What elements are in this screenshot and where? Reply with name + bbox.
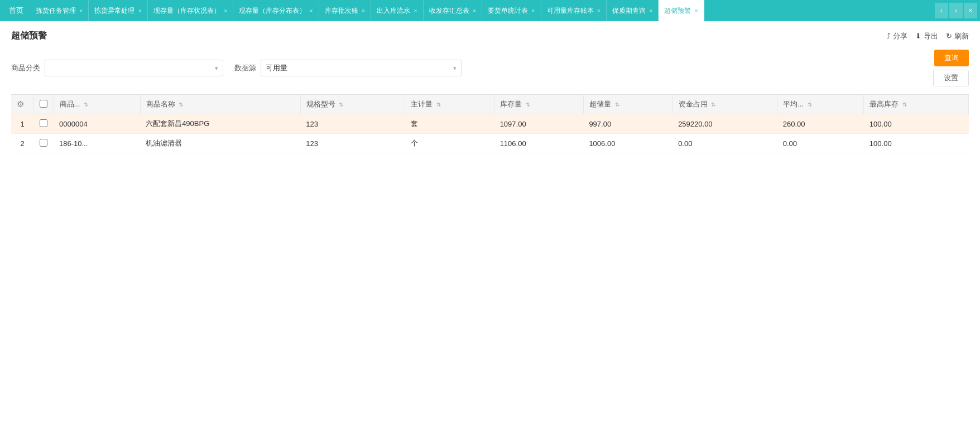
tab-1[interactable]: 拣货任务管理 × xyxy=(30,0,89,21)
tab-7-close[interactable]: × xyxy=(473,7,476,14)
select-all-checkbox[interactable] xyxy=(40,100,47,108)
tab-6-close[interactable]: × xyxy=(414,7,417,14)
datasource-chevron-icon: ▾ xyxy=(453,65,457,72)
row-avg: 0.00 xyxy=(777,134,864,153)
sort-icon-spec[interactable]: ⇅ xyxy=(339,101,343,108)
category-select[interactable]: ▾ xyxy=(45,60,223,76)
row-overstock: 1006.00 xyxy=(583,134,672,153)
tab-2-close[interactable]: × xyxy=(138,7,141,14)
sort-icon-unit[interactable]: ⇅ xyxy=(436,101,441,108)
page-header: 超储预警 ⤴ 分享 ⬇ 导出 ↻ 刷新 xyxy=(11,30,969,42)
col-checkbox-header xyxy=(33,95,54,114)
row-stock: 1106.00 xyxy=(494,134,584,153)
col-capital-header: 资金占用 ⇅ xyxy=(672,95,777,114)
table-row: 2 186-10... 机油滤清器 123 个 1106.00 1006.00 … xyxy=(11,134,969,153)
filter-row: 商品分类 ▾ 数据源 可用量 ▾ 查询 设置 xyxy=(11,50,969,86)
tab-10[interactable]: 保质期查询 × xyxy=(607,0,659,21)
page-content: 超储预警 ⤴ 分享 ⬇ 导出 ↻ 刷新 商品分类 ▾ 数据源 xyxy=(0,21,980,446)
sort-icon-max[interactable]: ⇅ xyxy=(902,101,907,108)
datasource-select-value: 可用量 xyxy=(266,63,287,73)
row-spec: 123 xyxy=(300,134,405,153)
row-stock: 1097.00 xyxy=(494,114,584,134)
col-overstock-header: 超储量 ⇅ xyxy=(583,95,672,114)
row-unit: 个 xyxy=(405,134,494,153)
row-avg: 260.00 xyxy=(777,114,864,134)
col-unit-header: 主计量 ⇅ xyxy=(405,95,494,114)
nav-arrows: ‹ › × xyxy=(934,3,978,18)
tab-8-close[interactable]: × xyxy=(531,7,535,14)
row-product-code: 186-10... xyxy=(54,134,140,153)
refresh-icon: ↻ xyxy=(946,32,952,40)
settings-button[interactable]: 设置 xyxy=(933,70,969,86)
tab-4[interactable]: 现存量（库存分布表） × xyxy=(233,0,319,21)
col-product-code-header: 商品... ⇅ xyxy=(54,95,140,114)
tab-9-close[interactable]: × xyxy=(597,7,601,14)
row-checkbox[interactable] xyxy=(40,139,47,147)
tab-4-close[interactable]: × xyxy=(309,7,313,14)
tab-5-close[interactable]: × xyxy=(362,7,365,14)
share-icon: ⤴ xyxy=(887,32,891,40)
row-checkbox-cell xyxy=(33,134,54,153)
table-body: 1 0000004 六配套新昌490BPG 123 套 1097.00 997.… xyxy=(11,114,969,153)
share-button[interactable]: ⤴ 分享 xyxy=(887,31,907,41)
nav-left-arrow[interactable]: ‹ xyxy=(935,3,948,18)
sort-icon-avg[interactable]: ⇅ xyxy=(808,101,812,108)
col-spec-header: 规格型号 ⇅ xyxy=(300,95,405,114)
tab-9[interactable]: 可用量库存账本 × xyxy=(541,0,607,21)
row-checkbox-cell xyxy=(33,114,54,134)
col-max-header: 最高库存 ⇅ xyxy=(864,95,969,114)
filter-category: 商品分类 ▾ xyxy=(11,60,223,76)
datasource-select[interactable]: 可用量 ▾ xyxy=(261,60,462,76)
col-avg-header: 平均... ⇅ xyxy=(777,95,864,114)
refresh-button[interactable]: ↻ 刷新 xyxy=(946,31,969,41)
tab-1-close[interactable]: × xyxy=(79,7,83,14)
category-chevron-icon: ▾ xyxy=(215,65,218,72)
query-button[interactable]: 查询 xyxy=(934,50,969,66)
sort-icon-stock[interactable]: ⇅ xyxy=(526,101,530,108)
row-no: 2 xyxy=(11,134,33,153)
tab-3-close[interactable]: × xyxy=(224,7,227,14)
tab-11-close[interactable]: × xyxy=(694,7,698,14)
sort-icon-product-name[interactable]: ⇅ xyxy=(179,101,183,108)
category-label: 商品分类 xyxy=(11,63,40,73)
row-max-stock: 100.00 xyxy=(864,134,969,153)
datasource-label: 数据源 xyxy=(234,63,256,73)
tab-3[interactable]: 现存量（库存状况表） × xyxy=(148,0,233,21)
row-checkbox[interactable] xyxy=(40,119,47,127)
table-header-row: ⚙ 商品... ⇅ 商品名称 ⇅ 规格型号 ⇅ 主计量 xyxy=(11,95,969,114)
filter-buttons: 查询 设置 xyxy=(933,50,969,86)
row-product-name: 六配套新昌490BPG xyxy=(140,114,300,134)
header-actions: ⤴ 分享 ⬇ 导出 ↻ 刷新 xyxy=(887,31,969,41)
nav-home[interactable]: 首页 xyxy=(2,0,30,21)
nav-menu-button[interactable]: × xyxy=(964,3,977,18)
top-navigation: 首页 拣货任务管理 × 拣货异常处理 × 现存量（库存状况表） × 现存量（库存… xyxy=(0,0,980,21)
col-gear-header: ⚙ xyxy=(11,95,33,114)
export-icon: ⬇ xyxy=(915,32,921,40)
tab-6[interactable]: 出入库流水 × xyxy=(371,0,423,21)
row-no: 1 xyxy=(11,114,33,134)
sort-icon-overstock[interactable]: ⇅ xyxy=(615,101,619,108)
row-overstock: 997.00 xyxy=(583,114,672,134)
tab-8[interactable]: 要货单统计表 × xyxy=(482,0,541,21)
sort-icon-capital[interactable]: ⇅ xyxy=(711,101,715,108)
tab-2[interactable]: 拣货异常处理 × xyxy=(89,0,147,21)
sort-icon-product-code[interactable]: ⇅ xyxy=(84,101,88,108)
row-spec: 123 xyxy=(300,114,405,134)
tab-10-close[interactable]: × xyxy=(649,7,652,14)
col-stock-header: 库存量 ⇅ xyxy=(494,95,584,114)
row-product-name: 机油滤清器 xyxy=(140,134,300,153)
tab-5[interactable]: 库存批次账 × xyxy=(319,0,371,21)
table-row: 1 0000004 六配套新昌490BPG 123 套 1097.00 997.… xyxy=(11,114,969,134)
filter-datasource: 数据源 可用量 ▾ xyxy=(234,60,462,76)
gear-icon[interactable]: ⚙ xyxy=(17,99,24,109)
nav-right-arrow[interactable]: › xyxy=(949,3,963,18)
page-title: 超储预警 xyxy=(11,30,47,42)
tab-7[interactable]: 收发存汇总表 × xyxy=(424,0,482,21)
col-product-name-header: 商品名称 ⇅ xyxy=(140,95,300,114)
export-button[interactable]: ⬇ 导出 xyxy=(915,31,938,41)
row-max-stock: 100.00 xyxy=(864,114,969,134)
data-table: ⚙ 商品... ⇅ 商品名称 ⇅ 规格型号 ⇅ 主计量 xyxy=(11,94,969,153)
row-unit: 套 xyxy=(405,114,494,134)
row-capital: 259220.00 xyxy=(672,114,777,134)
tab-11[interactable]: 超储预警 × xyxy=(659,0,704,21)
